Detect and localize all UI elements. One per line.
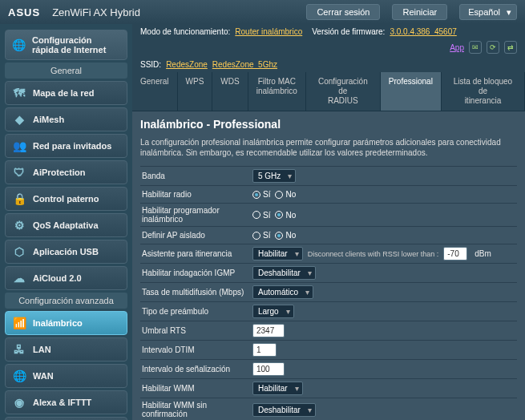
- sidebar-group-advanced: Configuración avanzada: [5, 293, 127, 309]
- rssi-unit: dBm: [475, 249, 491, 258]
- inal-mbrico-icon: 📶: [12, 316, 26, 330]
- sidebar-item-label: Configuración rápida de Internet: [32, 35, 120, 55]
- wmm-noack-select[interactable]: Deshabilitar: [252, 403, 316, 417]
- tab-macfilter[interactable]: Filtro MAC inalámbrico: [248, 72, 306, 111]
- mode-label: Modo de funcionamiento:: [140, 27, 230, 36]
- sidebar-item-label: Alexa & IFTTT: [33, 398, 91, 407]
- app-link[interactable]: App: [450, 43, 464, 52]
- status-icon-2[interactable]: ⟳: [487, 41, 499, 54]
- label-radio: Habilitar radio: [140, 190, 252, 199]
- label-multicast: Tasa de multidifusión (Mbps): [140, 288, 252, 297]
- row-preamble: Tipo de preámbuloLargo: [140, 301, 517, 321]
- tab-wps[interactable]: WPS: [178, 72, 213, 111]
- rts-input[interactable]: [252, 324, 285, 337]
- radio-no[interactable]: No: [275, 190, 296, 199]
- fw-label: Versión de firmware:: [312, 27, 385, 36]
- multicast-select[interactable]: Automático: [252, 285, 313, 299]
- globe-icon: 🌐: [12, 38, 26, 52]
- reboot-button[interactable]: Reiniciar: [392, 4, 447, 20]
- sidebar-item-label: AiCloud 2.0: [33, 273, 82, 283]
- wan-icon: 🌐: [12, 369, 26, 383]
- tab-general[interactable]: General: [132, 72, 178, 111]
- preamble-select[interactable]: Largo: [252, 305, 294, 318]
- tab-roaming[interactable]: Lista de bloqueo de itinerancia: [442, 72, 525, 111]
- aimesh-icon: ◆: [12, 112, 26, 127]
- row-beacon: Intervalo de señalización: [140, 359, 517, 378]
- sidebar-item-gen-1[interactable]: ◆AiMesh: [5, 107, 127, 131]
- label-beacon: Intervalo de señalización: [140, 365, 252, 374]
- sidebar-item-gen-0[interactable]: 🗺Mapa de la red: [5, 81, 127, 105]
- sidebar-item-gen-5[interactable]: ⚙QoS Adaptativa: [5, 213, 127, 237]
- panel: Inalámbrico - Professional La configurac…: [132, 111, 525, 420]
- label-wmm-noack: Habilitar WMM sin confirmación: [140, 401, 252, 418]
- sched-no[interactable]: No: [275, 211, 296, 220]
- row-rts: Umbral RTS: [140, 321, 517, 340]
- wmm-select[interactable]: Habilitar: [252, 382, 303, 395]
- sidebar-item-adv-3[interactable]: ◉Alexa & IFTTT: [5, 390, 127, 414]
- igmp-select[interactable]: Deshabilitar: [252, 266, 316, 280]
- mapa-de-la-red-icon: 🗺: [12, 86, 26, 100]
- sidebar-item-gen-3[interactable]: 🛡AiProtection: [5, 160, 127, 184]
- panel-desc: La configuración profesional inalámbrica…: [140, 137, 517, 158]
- row-multicast: Tasa de multidifusión (Mbps)Automático: [140, 282, 517, 301]
- row-roaming: Asistente para itineranciaHabilitar Disc…: [140, 244, 517, 263]
- row-wmm-noack: Habilitar WMM sin confirmaciónDeshabilit…: [140, 398, 517, 420]
- sidebar-item-adv-0[interactable]: 📶Inalámbrico: [5, 311, 127, 335]
- tab-professional[interactable]: Professional: [381, 72, 442, 111]
- beacon-input[interactable]: [252, 362, 285, 376]
- isolated-no[interactable]: No: [275, 231, 296, 240]
- label-preamble: Tipo de preámbulo: [140, 307, 252, 316]
- isolated-yes[interactable]: Sí: [252, 231, 270, 240]
- dtim-input[interactable]: [252, 343, 277, 357]
- lan-icon: 🖧: [12, 342, 26, 357]
- radio-yes[interactable]: Sí: [252, 190, 270, 199]
- tab-wds[interactable]: WDS: [212, 72, 248, 111]
- sidebar-item-label: Red para invitados: [33, 141, 111, 151]
- sidebar-item-label: AiMesh: [33, 115, 64, 124]
- label-dtim: Intervalo DTIM: [140, 345, 252, 354]
- sidebar-item-adv-4[interactable]: ⬢IPv6: [5, 417, 127, 420]
- panel-title: Inalámbrico - Professional: [140, 118, 517, 131]
- roaming-select[interactable]: Habilitar: [252, 247, 303, 260]
- aplicaci-n-usb-icon: ⬡: [12, 244, 26, 259]
- status-icon-3[interactable]: ⇄: [504, 41, 517, 54]
- sidebar-item-gen-7[interactable]: ☁AiCloud 2.0: [5, 266, 127, 290]
- language-select[interactable]: Español: [459, 4, 517, 20]
- ssid1-link[interactable]: RedesZone: [166, 60, 208, 69]
- sidebar-item-label: QoS Adaptativa: [33, 220, 99, 230]
- row-wmm: Habilitar WMMHabilitar: [140, 378, 517, 398]
- fw-link[interactable]: 3.0.0.4.386_45607: [390, 27, 456, 36]
- row-radio: Habilitar radioSíNo: [140, 185, 517, 203]
- logout-button[interactable]: Cerrar sesión: [306, 4, 380, 20]
- sidebar-item-adv-1[interactable]: 🖧LAN: [5, 337, 127, 361]
- sched-yes[interactable]: Sí: [252, 211, 270, 220]
- row-dtim: Intervalo DTIM: [140, 340, 517, 359]
- sidebar-item-gen-2[interactable]: 👥Red para invitados: [5, 134, 127, 158]
- sidebar-quick-setup[interactable]: 🌐 Configuración rápida de Internet: [5, 30, 127, 60]
- control-paterno-icon: 🔒: [12, 192, 26, 206]
- mode-link[interactable]: Router inalámbrico: [235, 27, 302, 36]
- status-icon-1[interactable]: ✉: [469, 41, 482, 54]
- sidebar-item-label: Aplicación USB: [33, 247, 99, 256]
- sidebar-item-gen-4[interactable]: 🔒Control paterno: [5, 187, 127, 211]
- label-band: Banda: [140, 172, 252, 180]
- aicloud-2-0-icon: ☁: [12, 271, 26, 285]
- sidebar-item-label: Inalámbrico: [33, 318, 83, 328]
- row-isolated: Definir AP aisladoSíNo: [140, 226, 517, 244]
- red-para-invitados-icon: 👥: [12, 139, 26, 153]
- sidebar-item-label: LAN: [33, 345, 51, 354]
- ssid2-link[interactable]: RedesZone_5Ghz: [212, 60, 277, 69]
- rssi-input[interactable]: [443, 247, 467, 260]
- tab-radius[interactable]: Configuración de RADIUS: [306, 72, 381, 111]
- label-igmp: Habilitar indagación IGMP: [140, 269, 252, 277]
- sidebar-item-label: Mapa de la red: [33, 88, 94, 98]
- row-sched: Habilitar programador inalámbricoSíNo: [140, 203, 517, 226]
- info-bar: Modo de funcionamiento: Router inalámbri…: [132, 24, 525, 72]
- sidebar-item-adv-2[interactable]: 🌐WAN: [5, 364, 127, 388]
- sidebar-item-label: WAN: [33, 371, 54, 381]
- sidebar-item-gen-6[interactable]: ⬡Aplicación USB: [5, 240, 127, 264]
- label-isolated: Definir AP aislado: [140, 231, 252, 240]
- sidebar-item-label: Control paterno: [33, 194, 99, 204]
- band-select[interactable]: 5 GHz: [252, 169, 296, 183]
- aiprotection-icon: 🛡: [12, 165, 26, 180]
